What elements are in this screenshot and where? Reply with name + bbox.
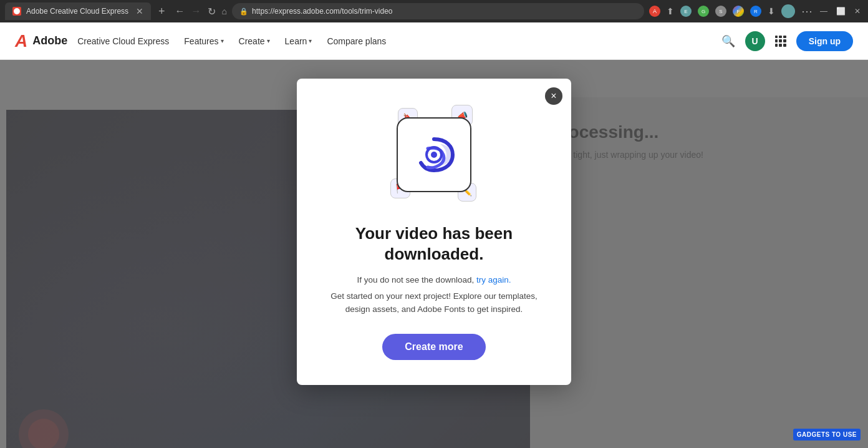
ext-icon-1: E <box>680 6 692 17</box>
adobe-a-icon: A <box>15 31 27 51</box>
maximize-icon[interactable]: ⬜ <box>834 7 848 16</box>
profile-icon[interactable] <box>781 4 795 18</box>
browser-tab[interactable]: Adobe Creative Cloud Express ✕ <box>5 2 151 20</box>
create-chevron-icon: ▾ <box>267 37 270 44</box>
modal-dialog: × ✦ ✦ ✦ 🔖 🚩 📣 ✏️ <box>297 79 571 385</box>
apps-grid-icon[interactable] <box>775 36 786 47</box>
lock-icon: 🔒 <box>239 7 248 16</box>
create-more-button[interactable]: Create more <box>382 334 485 360</box>
modal-close-button[interactable]: × <box>545 87 562 105</box>
ext-icon-4: F <box>733 6 744 17</box>
back-icon[interactable]: ← <box>175 6 185 17</box>
reload-icon[interactable]: ↻ <box>208 6 216 17</box>
features-chevron-icon: ▾ <box>221 37 224 44</box>
watermark: GADGETS TO USE <box>793 429 861 441</box>
home-icon[interactable]: ⌂ <box>222 6 227 16</box>
modal-illustration: ✦ ✦ ✦ 🔖 🚩 📣 ✏️ <box>372 99 496 211</box>
modal-body-text: Get started on your next project! Explor… <box>322 290 546 316</box>
nav-features[interactable]: Features▾ <box>184 36 223 46</box>
ext-icon-3: S <box>715 6 726 17</box>
close-window-icon[interactable]: ✕ <box>852 7 863 16</box>
navbar: A Adobe Creative Cloud Express Features▾… <box>0 22 868 60</box>
address-url: https://express.adobe.com/tools/trim-vid… <box>252 7 637 16</box>
page: A Adobe Creative Cloud Express Features▾… <box>0 22 868 448</box>
signup-button[interactable]: Sign up <box>796 31 853 51</box>
learn-chevron-icon: ▾ <box>309 37 312 44</box>
nav-compare-plans[interactable]: Compare plans <box>327 36 386 46</box>
new-tab-icon[interactable]: + <box>158 5 165 18</box>
tab-close-icon[interactable]: ✕ <box>136 6 143 16</box>
address-bar[interactable]: 🔒 https://express.adobe.com/tools/trim-v… <box>232 3 644 19</box>
modal-backdrop: × ✦ ✦ ✦ 🔖 🚩 📣 ✏️ <box>0 60 868 448</box>
modal-download-text: If you do not see the download, try agai… <box>357 274 511 286</box>
nav-creative-cloud-express[interactable]: Creative Cloud Express <box>77 36 169 46</box>
ext-adobe-icon: A <box>649 6 660 17</box>
modal-title: Your video has been downloaded. <box>322 223 546 264</box>
tab-title: Adobe Creative Cloud Express <box>26 7 128 16</box>
adobe-logo[interactable]: A Adobe <box>15 31 67 51</box>
menu-icon[interactable]: ⋯ <box>801 4 813 18</box>
nav-create[interactable]: Create▾ <box>239 36 270 46</box>
user-avatar[interactable]: U <box>745 31 765 51</box>
search-icon[interactable]: 🔍 <box>721 34 735 48</box>
downloads-icon[interactable]: ⬇ <box>768 6 775 16</box>
adobe-wordmark: Adobe <box>32 34 67 47</box>
nav-learn[interactable]: Learn▾ <box>285 36 312 46</box>
nav-links: Creative Cloud Express Features▾ Create▾… <box>77 36 721 46</box>
nav-right: 🔍 U Sign up <box>721 31 853 51</box>
ext-icon-5: R <box>750 6 761 17</box>
tab-favicon <box>12 7 21 16</box>
adobe-cc-logo <box>397 117 471 192</box>
try-again-link[interactable]: try again. <box>476 275 511 285</box>
ext-icon-2: G <box>698 6 709 17</box>
share-icon[interactable]: ⬆ <box>667 6 674 16</box>
forward-icon[interactable]: → <box>191 6 201 17</box>
minimize-icon[interactable]: — <box>817 7 830 16</box>
svg-point-2 <box>431 152 437 158</box>
browser-chrome: Adobe Creative Cloud Express ✕ + ← → ↻ ⌂… <box>0 0 868 22</box>
